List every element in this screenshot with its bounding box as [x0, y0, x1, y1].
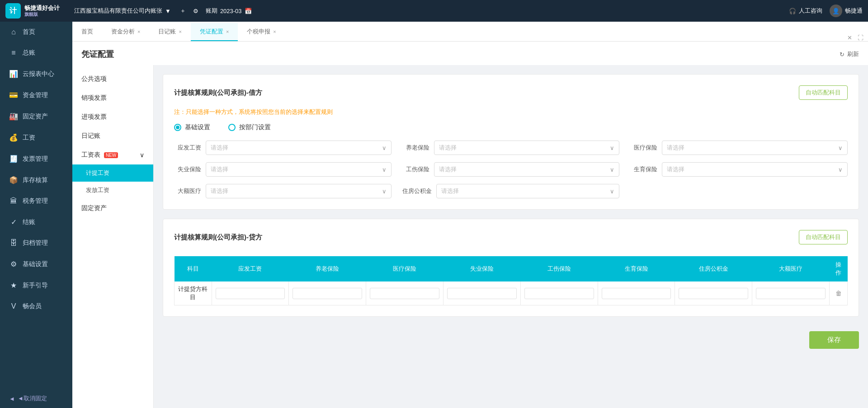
select-injury[interactable]: 请选择 ∨	[434, 162, 620, 177]
input-maternity[interactable]	[602, 288, 671, 299]
top-bar: 计 畅捷通好会计 旗舰版 江西服宝精品有限责任公司内账张 ▼ ＋ ⚙ 账期 20…	[0, 0, 868, 22]
service-button[interactable]: 🎧 人工咨询	[789, 7, 822, 15]
calendar-icon[interactable]: 📅	[245, 8, 252, 14]
tab-tax-close[interactable]: ×	[273, 29, 276, 34]
user-name: 畅捷通	[845, 7, 863, 15]
input-injury[interactable]	[524, 288, 594, 299]
tab-journal[interactable]: 日记账 ×	[149, 23, 190, 41]
submenu-subitem-release[interactable]: 发放工资	[72, 182, 153, 199]
company-selector[interactable]: 江西服宝精品有限责任公司内账张 ▼	[74, 7, 171, 15]
sidebar-item-stock[interactable]: 📦 库存核算	[0, 169, 72, 191]
submenu-item-sales[interactable]: 销项发票	[72, 89, 153, 108]
select-maternity[interactable]: 请选择 ∨	[662, 162, 848, 177]
pin-sidebar-button[interactable]: ◄ ◄取消固定	[0, 389, 72, 408]
tab-tax-report[interactable]: 个税申报 ×	[238, 23, 285, 41]
tab-close-all-icon[interactable]: ✕	[847, 34, 852, 41]
input-medical[interactable]	[370, 288, 439, 299]
sidebar-item-home[interactable]: ⌂ 首页	[0, 22, 72, 42]
member-icon: V	[9, 302, 18, 310]
submenu-item-journal[interactable]: 日记账	[72, 127, 153, 145]
radio-group: 基础设置 按部门设置	[174, 123, 848, 131]
tab-journal-close[interactable]: ×	[179, 29, 181, 34]
radio-dept-setup[interactable]: 按部门设置	[228, 123, 271, 131]
sidebar-item-invoice[interactable]: 🧾 发票管理	[0, 148, 72, 169]
sidebar-item-funds[interactable]: 💳 资金管理	[0, 84, 72, 106]
delete-row-icon[interactable]: 🗑	[835, 290, 842, 297]
sidebar-label-stock: 库存核算	[23, 176, 48, 184]
col-subject: 科目	[175, 256, 212, 281]
credit-auto-match-button[interactable]: 自动匹配科目	[799, 230, 848, 244]
tab-voucher-config[interactable]: 凭证配置 ×	[191, 23, 238, 41]
tab-expand-icon[interactable]: ⛶	[858, 34, 863, 41]
radio-dept-btn[interactable]	[228, 124, 236, 131]
sidebar-item-assets[interactable]: 🏭 固定资产	[0, 106, 72, 127]
credit-section: 计提核算规则(公司承担)-贷方 自动匹配科目 科目 应发工资 养老保险 医疗保险…	[163, 219, 859, 317]
cell-salary-val	[212, 281, 289, 305]
cell-injury-val	[520, 281, 598, 305]
submenu-item-public[interactable]: 公共选项	[72, 70, 153, 89]
input-large-medical[interactable]	[756, 288, 826, 299]
home-icon: ⌂	[9, 28, 18, 36]
tab-home[interactable]: 首页	[72, 23, 102, 41]
debit-section-title: 计提核算规则(公司承担)-借方	[174, 89, 262, 97]
form-item-injury: 工伤保险 请选择 ∨	[402, 162, 620, 177]
service-label: 人工咨询	[799, 7, 822, 15]
select-housing[interactable]: 请选择 ∨	[436, 184, 620, 198]
sidebar-item-salary[interactable]: 💰 工资	[0, 127, 72, 148]
submenu-item-fixed-assets[interactable]: 固定资产	[72, 199, 153, 218]
tab-voucher-close[interactable]: ×	[226, 29, 229, 34]
refresh-button[interactable]: ↻ 刷新	[840, 50, 859, 58]
submenu-item-payroll-table[interactable]: 工资表 NEW ∨	[72, 145, 153, 164]
pin-icon: ◄	[9, 395, 15, 402]
cell-large-medical-val	[752, 281, 830, 305]
tab-funds-close[interactable]: ×	[137, 29, 140, 34]
sidebar-item-member[interactable]: V 畅会员	[0, 296, 72, 317]
select-large-medical[interactable]: 请选择 ∨	[206, 184, 392, 198]
ledger-icon: ≡	[9, 49, 18, 57]
settings-icon[interactable]: ⚙	[193, 8, 198, 14]
sidebar-item-guide[interactable]: ★ 新手引导	[0, 275, 72, 296]
label-medical: 医疗保险	[630, 144, 657, 152]
app-name: 畅捷通好会计	[24, 5, 60, 12]
tab-bar: 首页 资金分析 × 日记账 × 凭证配置 × 个税申报 × ✕ ⛶	[72, 22, 868, 42]
select-salary[interactable]: 请选择 ∨	[206, 141, 392, 155]
debit-form-grid: 应发工资 请选择 ∨ 养老保险 请选择 ∨	[174, 141, 848, 198]
sidebar-item-reports[interactable]: 📊 云报表中心	[0, 63, 72, 84]
save-button[interactable]: 保存	[809, 331, 859, 349]
app-logo: 计 畅捷通好会计 旗舰版	[5, 3, 69, 19]
sidebar-item-tax[interactable]: 🏛 税务管理	[0, 191, 72, 211]
select-pension-chevron: ∨	[610, 145, 614, 151]
sidebar-label-reports: 云报表中心	[23, 70, 54, 78]
tab-funds-analysis[interactable]: 资金分析 ×	[102, 23, 149, 41]
page-title: 凭证配置	[81, 49, 114, 60]
radio-basic-setup[interactable]: 基础设置	[174, 123, 210, 131]
input-unemployment[interactable]	[447, 288, 517, 299]
radio-basic-btn[interactable]	[174, 124, 181, 131]
input-pension[interactable]	[292, 288, 362, 299]
sidebar-item-archive[interactable]: 🗄 归档管理	[0, 233, 72, 253]
credit-table: 科目 应发工资 养老保险 医疗保险 失业保险 工伤保险 生育保险 住房公积金 大…	[174, 256, 848, 305]
submenu-item-purchase[interactable]: 进项发票	[72, 108, 153, 127]
form-item-pension: 养老保险 请选择 ∨	[402, 141, 620, 155]
app-logo-icon: 计	[5, 3, 21, 19]
sidebar-item-close[interactable]: ✓ 结账	[0, 211, 72, 233]
stock-icon: 📦	[9, 176, 18, 184]
debit-auto-match-button[interactable]: 自动匹配科目	[799, 85, 848, 100]
form-item-unemployment: 失业保险 请选择 ∨	[174, 162, 392, 177]
sidebar-item-ledger[interactable]: ≡ 总账	[0, 42, 72, 63]
col-unemployment: 失业保险	[443, 256, 520, 281]
add-account-icon[interactable]: ＋	[180, 7, 186, 15]
select-unemployment[interactable]: 请选择 ∨	[206, 162, 392, 177]
select-lm-chevron: ∨	[382, 188, 387, 195]
input-salary[interactable]	[216, 288, 285, 299]
input-housing[interactable]	[679, 288, 748, 299]
company-name: 江西服宝精品有限责任公司内账张	[74, 7, 162, 15]
sidebar-item-settings[interactable]: ⚙ 基础设置	[0, 253, 72, 275]
select-medical[interactable]: 请选择 ∨	[662, 141, 848, 155]
credit-section-title: 计提核算规则(公司承担)-贷方	[174, 233, 262, 242]
user-info[interactable]: 👤 畅捷通	[830, 5, 863, 17]
sidebar-label-archive: 归档管理	[23, 239, 48, 247]
cell-maternity-val	[598, 281, 675, 305]
submenu-subitem-accrual[interactable]: 计提工资	[72, 164, 153, 182]
select-pension[interactable]: 请选择 ∨	[434, 141, 620, 155]
